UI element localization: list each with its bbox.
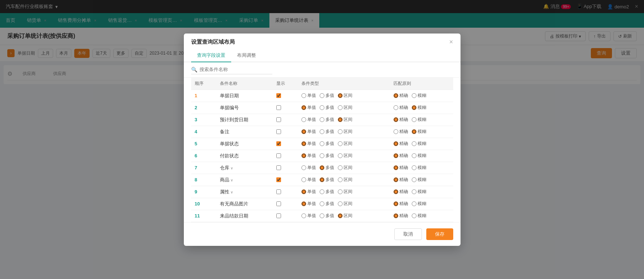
modal-overlay: 设置查询区域布局 × 查询字段设置 布局调整 🔍 顺序 [0, 0, 644, 88]
modal-tabs: 查询字段设置 布局调整 [184, 49, 461, 62]
col-name: 条件名称 [216, 78, 273, 88]
col-seq: 顺序 [191, 78, 216, 88]
modal-header: 设置查询区域布局 × [184, 34, 461, 46]
col-display: 显示 [273, 78, 298, 88]
modal: 设置查询区域布局 × 查询字段设置 布局调整 🔍 顺序 [184, 34, 461, 88]
modal-title: 设置查询区域布局 [191, 39, 235, 46]
col-match: 匹配原则 [390, 78, 453, 88]
modal-close-button[interactable]: × [449, 39, 453, 45]
modal-search: 🔍 [184, 62, 461, 78]
modal-tab-query-fields[interactable]: 查询字段设置 [191, 49, 231, 62]
modal-tab-layout[interactable]: 布局调整 [231, 49, 262, 62]
search-icon: 🔍 [191, 67, 197, 72]
modal-table: 顺序 条件名称 显示 条件类型 匹配原则 1单据日期单值多值区间精确模糊2单据编… [184, 78, 461, 88]
search-input[interactable] [199, 67, 272, 72]
col-type: 条件类型 [298, 78, 390, 88]
search-input-wrapper: 🔍 [191, 67, 272, 74]
conditions-table: 顺序 条件名称 显示 条件类型 匹配原则 1单据日期单值多值区间精确模糊2单据编… [191, 78, 453, 88]
